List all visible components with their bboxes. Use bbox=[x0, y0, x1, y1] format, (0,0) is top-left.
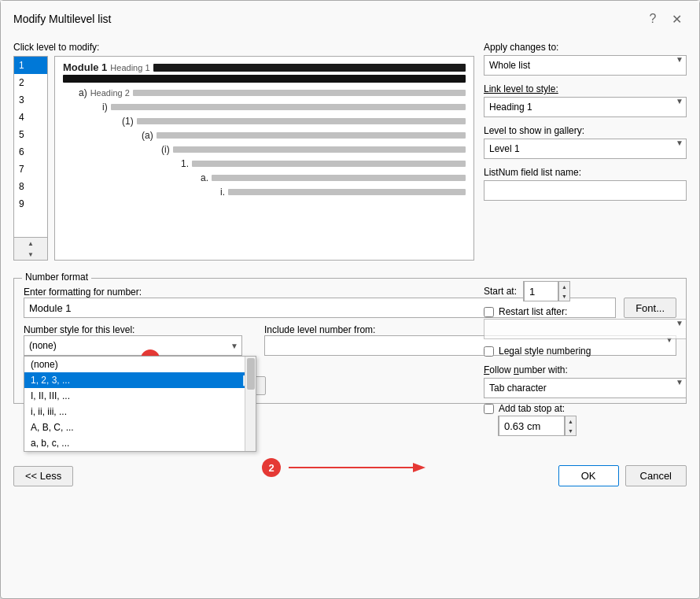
preview-row-4: i) bbox=[102, 102, 466, 113]
link-level-select[interactable]: Heading 1 bbox=[484, 97, 687, 117]
preview-label-5: (1) bbox=[122, 116, 134, 127]
level-item-3[interactable]: 3 bbox=[14, 91, 47, 109]
restart-select[interactable] bbox=[484, 319, 687, 339]
preview-bar-3 bbox=[133, 90, 466, 96]
preview-box: Module 1 Heading 1 a) Heading 2 bbox=[54, 56, 474, 261]
dropdown-item-none[interactable]: (none) bbox=[24, 357, 256, 372]
scroll-up-btn[interactable]: ▲ bbox=[14, 238, 47, 249]
dropdown-item-alpha-upper[interactable]: A, B, C, ... bbox=[24, 420, 256, 435]
preview-row-2 bbox=[63, 75, 466, 83]
link-level-label: Link level to style: bbox=[484, 83, 687, 94]
preview-bar-10 bbox=[228, 189, 466, 195]
legal-label: Legal style numbering bbox=[499, 346, 591, 357]
preview-bar-5 bbox=[137, 118, 466, 124]
dropdown-item-roman-lower[interactable]: i, ii, iii, ... bbox=[24, 404, 256, 420]
number-style-value: (none) bbox=[29, 340, 57, 351]
footer-left: << Less bbox=[13, 466, 73, 486]
level-item-2[interactable]: 2 bbox=[14, 74, 47, 91]
level-preview-row: 1 2 3 4 5 6 7 8 9 ▲ ▼ bbox=[13, 56, 474, 261]
title-bar-left: Modify Multilevel list bbox=[13, 13, 111, 25]
scrollbar-thumb bbox=[247, 358, 255, 390]
level-list: 1 2 3 4 5 6 7 8 9 ▲ ▼ bbox=[13, 56, 48, 261]
level-item-6[interactable]: 6 bbox=[14, 143, 47, 161]
link-level-group: Link level to style: Heading 1 ▼ bbox=[484, 83, 687, 117]
start-at-up[interactable]: ▲ bbox=[559, 282, 569, 291]
apply-changes-select[interactable]: Whole list bbox=[484, 55, 687, 76]
level-item-5[interactable]: 5 bbox=[14, 126, 47, 143]
dialog-body: Click level to modify: 1 2 3 4 5 6 7 8 9 bbox=[1, 35, 699, 278]
restart-select-wrapper: ▼ bbox=[484, 319, 687, 339]
number-style-trigger[interactable]: (none) ▼ bbox=[24, 335, 242, 356]
level-item-8[interactable]: 8 bbox=[14, 178, 47, 195]
start-at-down[interactable]: ▼ bbox=[559, 291, 569, 301]
preview-label-8: 1. bbox=[181, 158, 189, 169]
footer: << Less 2 OK Cancel bbox=[1, 457, 699, 497]
add-tab-down[interactable]: ▼ bbox=[566, 426, 576, 435]
title-bar: Modify Multilevel list ? ✕ bbox=[1, 1, 699, 35]
add-tab-spinners: ▲ ▼ bbox=[565, 416, 576, 435]
preview-row-7: (i) bbox=[161, 144, 466, 155]
follow-number-label: Follow number with: bbox=[484, 364, 687, 375]
level-gallery-label: Level to show in gallery: bbox=[484, 125, 687, 136]
close-button[interactable]: ✕ bbox=[666, 9, 687, 29]
dropdown-item-123-label: 1, 2, 3, ... bbox=[31, 375, 70, 386]
preview-row-9: a. bbox=[201, 172, 466, 183]
add-tab-checkbox[interactable] bbox=[484, 404, 494, 414]
preview-bar-7 bbox=[173, 146, 466, 153]
follow-number-select-wrapper: Tab character ▼ bbox=[484, 378, 687, 398]
dropdown-item-roman-upper[interactable]: I, II, III, ... bbox=[24, 388, 256, 404]
badge2-arrow-container: 2 bbox=[262, 452, 438, 483]
add-tab-input[interactable]: 0.63 cm bbox=[499, 416, 565, 436]
level-item-9[interactable]: 9 bbox=[14, 195, 47, 213]
listnum-group: ListNum field list name: bbox=[484, 167, 687, 201]
start-at-input-wrapper: 1 ▲ ▼ bbox=[523, 281, 570, 301]
left-panel: Click level to modify: 1 2 3 4 5 6 7 8 9 bbox=[13, 42, 474, 268]
help-button[interactable]: ? bbox=[643, 9, 663, 29]
preview-bar-8 bbox=[192, 161, 466, 167]
listnum-input[interactable] bbox=[484, 180, 687, 201]
restart-checkbox[interactable] bbox=[484, 307, 494, 317]
legal-row: Legal style numbering bbox=[484, 346, 687, 357]
level-gallery-select-wrapper: Level 1 ▼ bbox=[484, 139, 687, 159]
ok-button[interactable]: OK bbox=[558, 465, 619, 486]
level-gallery-select[interactable]: Level 1 bbox=[484, 139, 687, 159]
add-tab-label: Add tab stop at: bbox=[499, 403, 565, 414]
add-tab-input-wrapper: 0.63 cm ▲ ▼ bbox=[498, 416, 577, 436]
legal-checkbox[interactable] bbox=[484, 346, 494, 357]
start-at-input[interactable]: 1 bbox=[524, 281, 558, 301]
dropdown-item-123[interactable]: 1, 2, 3, ... ▌ bbox=[24, 372, 256, 388]
add-tab-up[interactable]: ▲ bbox=[566, 416, 576, 426]
footer-right: OK Cancel bbox=[558, 465, 687, 486]
dropdown-scrollbar[interactable] bbox=[245, 357, 256, 451]
level-list-inner: 1 2 3 4 5 6 7 8 9 bbox=[14, 57, 47, 237]
preview-sublabel-3: Heading 2 bbox=[90, 88, 130, 98]
apply-changes-group: Apply changes to: Whole list ▼ bbox=[484, 42, 687, 76]
preview-row-10: i. bbox=[220, 187, 466, 198]
apply-changes-select-wrapper: Whole list ▼ bbox=[484, 55, 687, 76]
level-item-1[interactable]: 1 bbox=[14, 57, 47, 74]
preview-label-1: Module 1 bbox=[63, 61, 107, 73]
add-tab-row: Add tab stop at: bbox=[484, 403, 687, 414]
less-button[interactable]: << Less bbox=[13, 466, 73, 486]
preview-row-3: a) Heading 2 bbox=[79, 87, 466, 98]
preview-bar-4 bbox=[111, 104, 466, 110]
cancel-button[interactable]: Cancel bbox=[625, 465, 687, 486]
follow-number-select[interactable]: Tab character bbox=[484, 378, 687, 398]
dropdown-item-alpha-lower[interactable]: a, b, c, ... bbox=[24, 435, 256, 451]
level-item-4[interactable]: 4 bbox=[14, 109, 47, 126]
level-scroll: ▲ ▼ bbox=[14, 237, 47, 260]
modify-multilevel-dialog: Modify Multilevel list ? ✕ Click level t… bbox=[0, 0, 700, 599]
preview-label-3: a) bbox=[79, 87, 87, 98]
restart-row: Restart list after: bbox=[484, 306, 687, 317]
listnum-label: ListNum field list name: bbox=[484, 167, 687, 178]
right-panel: Apply changes to: Whole list ▼ Link leve… bbox=[484, 42, 687, 268]
number-style-dropdown-list: (none) 1, 2, 3, ... ▌ I, II, III, ... i,… bbox=[24, 356, 256, 452]
preview-label-9: a. bbox=[201, 172, 208, 183]
preview-row-8: 1. bbox=[181, 158, 466, 169]
scroll-down-btn[interactable]: ▼ bbox=[14, 249, 47, 260]
click-level-label: Click level to modify: bbox=[13, 42, 474, 53]
preview-row-6: (a) bbox=[142, 130, 466, 141]
preview-label-6: (a) bbox=[142, 130, 153, 141]
preview-label-10: i. bbox=[220, 187, 225, 198]
level-item-7[interactable]: 7 bbox=[14, 161, 47, 178]
